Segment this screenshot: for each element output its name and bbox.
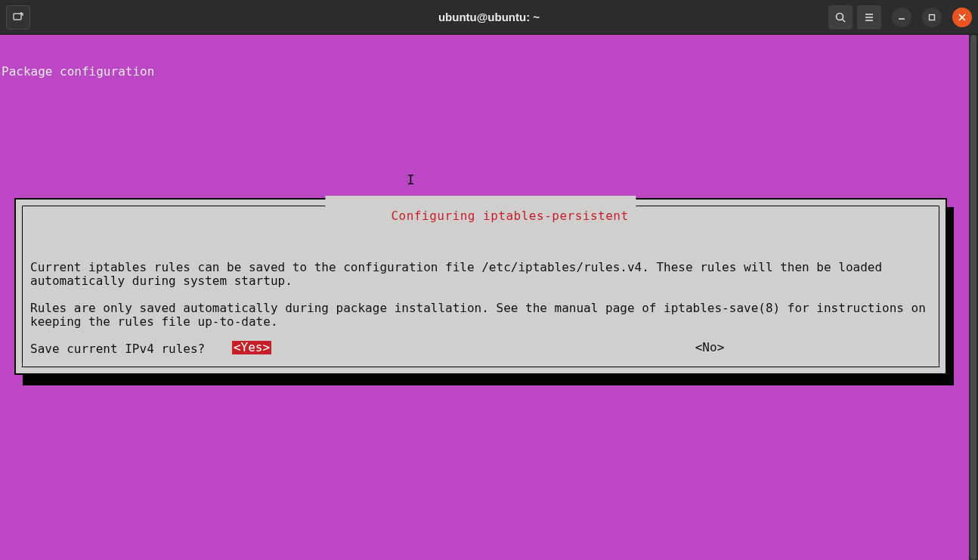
titlebar-right-controls bbox=[828, 5, 972, 29]
terminal-area[interactable]: Package configuration I Configuring ipta… bbox=[0, 35, 978, 560]
titlebar-left-controls bbox=[6, 5, 30, 29]
dialog-inner-border: Configuring iptables-persistent Current … bbox=[22, 206, 939, 367]
package-config-header: Package configuration bbox=[0, 62, 978, 82]
svg-rect-0 bbox=[14, 14, 21, 20]
minimize-icon bbox=[898, 14, 905, 21]
new-tab-button[interactable] bbox=[6, 5, 30, 29]
svg-point-3 bbox=[837, 13, 843, 20]
dialog-paragraph-2: Rules are only saved automatically durin… bbox=[30, 301, 933, 329]
window-title: ubuntu@ubuntu: ~ bbox=[438, 11, 540, 23]
text-cursor-icon: I bbox=[407, 173, 412, 187]
search-icon bbox=[834, 11, 846, 23]
search-button[interactable] bbox=[828, 5, 853, 29]
dialog-yes-area: <Yes> bbox=[23, 341, 481, 354]
svg-line-4 bbox=[843, 19, 846, 22]
yes-button[interactable]: <Yes> bbox=[232, 341, 271, 354]
window-minimize-button[interactable] bbox=[892, 8, 911, 27]
dialog-title: Configuring iptables-persistent bbox=[391, 209, 628, 223]
dialog-button-row: <Yes> <No> bbox=[23, 341, 939, 354]
window-close-button[interactable] bbox=[952, 8, 972, 27]
svg-rect-9 bbox=[930, 14, 935, 20]
window-titlebar: ubuntu@ubuntu: ~ bbox=[0, 0, 978, 35]
new-tab-icon bbox=[12, 11, 24, 23]
config-dialog: Configuring iptables-persistent Current … bbox=[14, 198, 947, 375]
maximize-icon bbox=[928, 14, 936, 21]
no-button[interactable]: <No> bbox=[694, 341, 726, 354]
scrollbar-thumb[interactable] bbox=[970, 35, 976, 560]
dialog-title-wrap: Configuring iptables-persistent bbox=[325, 196, 636, 237]
dialog-no-area: <No> bbox=[481, 341, 939, 354]
close-icon bbox=[958, 14, 966, 21]
dialog-paragraph-1: Current iptables rules can be saved to t… bbox=[30, 260, 890, 288]
hamburger-icon bbox=[863, 11, 875, 23]
window-maximize-button[interactable] bbox=[922, 8, 942, 27]
hamburger-menu-button[interactable] bbox=[857, 5, 881, 29]
terminal-scrollbar[interactable] bbox=[969, 35, 978, 560]
